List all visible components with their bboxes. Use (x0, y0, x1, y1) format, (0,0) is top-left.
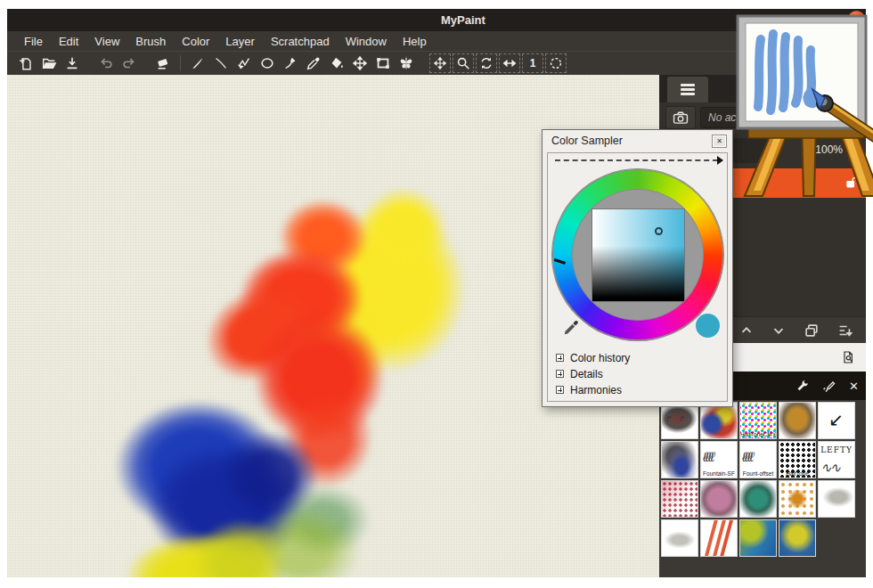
merge-layer-icon[interactable] (834, 321, 855, 340)
color-picker-icon[interactable] (303, 53, 324, 73)
menu-layer[interactable]: Layer (217, 33, 263, 50)
expander-harmonies[interactable]: Harmonies (556, 382, 622, 397)
menu-view[interactable]: View (86, 33, 127, 50)
brush-tile[interactable] (739, 519, 777, 557)
move-layer-icon[interactable] (349, 53, 371, 73)
open-file-icon[interactable] (38, 53, 60, 73)
redo-icon[interactable] (118, 53, 140, 73)
camera-icon[interactable] (665, 106, 696, 129)
menu-file[interactable]: File (16, 33, 51, 50)
undo-icon[interactable] (95, 53, 117, 73)
reset-zoom-button[interactable]: 1 (522, 53, 543, 73)
brush-tile[interactable]: ℓℓℓℓFount-offset (739, 441, 777, 478)
ellipse-tool-icon[interactable] (257, 53, 278, 73)
menu-brush[interactable]: Brush (127, 33, 174, 50)
eraser-icon[interactable] (152, 53, 174, 73)
pan-view-icon[interactable] (429, 53, 451, 73)
menu-color[interactable]: Color (174, 33, 217, 50)
brush-tile[interactable]: HalfTone (779, 441, 816, 478)
inking-tool-icon[interactable] (280, 53, 301, 73)
dock-tab-menu[interactable] (667, 77, 708, 102)
menu-window[interactable]: Window (338, 33, 395, 50)
brush-tile[interactable]: ℓℓℓℓFountain-SF (700, 441, 738, 478)
color-sampler-title: Color Sampler (551, 135, 623, 147)
brush-tile[interactable] (700, 402, 738, 439)
save-file-icon[interactable] (61, 53, 83, 73)
symmetry-icon[interactable] (396, 53, 417, 73)
brush-tile[interactable] (661, 441, 698, 478)
new-file-icon[interactable] (15, 53, 37, 73)
brush-tile[interactable] (700, 480, 738, 518)
pointer-brush-icon: ↙ (828, 409, 844, 430)
brush-reload-icon[interactable] (822, 379, 836, 393)
brush-tile[interactable] (661, 480, 698, 518)
brush-tile[interactable] (818, 480, 855, 518)
reset-zoom-label: 1 (530, 57, 536, 69)
brush-tile[interactable] (661, 519, 698, 557)
color-sampler-body: Color history Details Harmonies (547, 152, 728, 402)
brush-panel-close-icon[interactable]: ✕ (849, 380, 859, 393)
color-sampler-close-button[interactable]: ✕ (712, 135, 727, 148)
color-sampler-dialog: Color Sampler ✕ Color history Details Ha… (542, 129, 733, 407)
expander-details[interactable]: Details (556, 366, 603, 381)
brush-tile[interactable] (700, 519, 738, 557)
saturation-value-square[interactable] (592, 209, 684, 301)
background-properties-icon[interactable] (841, 350, 855, 364)
raise-layer-icon[interactable] (736, 321, 757, 340)
rotate-view-icon[interactable] (476, 53, 497, 73)
duplicate-layer-icon[interactable] (801, 321, 822, 340)
brush-tile[interactable] (779, 519, 816, 557)
mirror-view-icon[interactable] (499, 53, 520, 73)
menu-scratchpad[interactable]: Scratchpad (263, 33, 338, 50)
edit-frame-icon[interactable] (372, 53, 394, 73)
brush-tile[interactable] (739, 480, 777, 518)
brush-tile[interactable] (779, 480, 816, 518)
brush-tile[interactable]: LEFTY∿∿ (818, 441, 855, 478)
menu-help[interactable]: Help (395, 33, 435, 50)
plus-box-icon (556, 354, 564, 362)
menu-edit[interactable]: Edit (51, 33, 86, 50)
freehand-brush-icon[interactable] (187, 53, 208, 73)
zoom-view-icon[interactable] (453, 53, 474, 73)
brush-tile[interactable]: ↙ (818, 402, 855, 439)
expander-color-history[interactable]: Color history (556, 350, 630, 365)
brush-grid: ᡕᡕ HalfToneCMY ↙ ℓℓℓℓFountain-SF ℓℓℓℓFou… (659, 400, 866, 577)
connected-lines-icon[interactable] (233, 53, 255, 73)
brush-tile[interactable] (779, 402, 816, 439)
app-window: MyPaint ✕ File Edit View Brush Color Lay… (7, 9, 866, 577)
wrench-icon[interactable] (796, 380, 810, 393)
mypaint-easel-graphic (730, 12, 873, 200)
current-color-swatch[interactable] (696, 314, 720, 338)
plus-box-icon (556, 386, 564, 394)
window-title: MyPaint (441, 13, 485, 27)
slider-arrow-icon (717, 156, 723, 165)
plus-box-icon (556, 370, 564, 378)
brush-tile[interactable]: HalfToneCMY (739, 402, 777, 439)
flood-fill-icon[interactable] (326, 53, 347, 73)
fit-view-icon[interactable] (545, 53, 567, 73)
collapsed-slider[interactable] (555, 159, 718, 161)
lower-layer-icon[interactable] (768, 321, 789, 340)
color-sampler-titlebar[interactable]: Color Sampler ✕ (543, 130, 732, 151)
hsv-color-wheel[interactable] (552, 169, 723, 340)
eyedropper-icon[interactable] (562, 319, 580, 337)
line-tool-icon[interactable] (210, 53, 232, 73)
brush-tile[interactable]: ᡕᡕ (661, 402, 698, 439)
hamburger-icon (681, 82, 695, 98)
sv-selection-marker[interactable] (655, 227, 663, 235)
